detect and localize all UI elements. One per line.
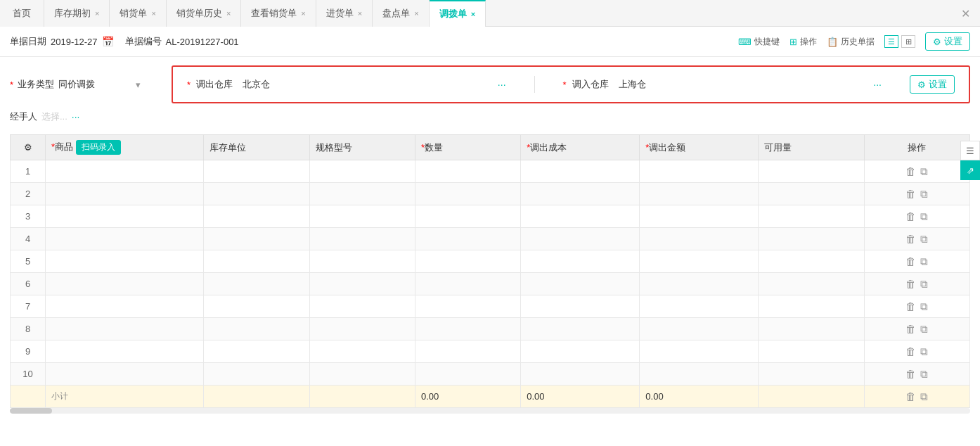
row-avail[interactable] [759,386,864,408]
row-qty[interactable] [415,340,520,363]
row-product[interactable] [46,228,204,250]
tab-view-sales[interactable]: 查看销货单 × [241,0,316,27]
delete-icon[interactable]: 🗑 [905,233,916,245]
tab-sales-history[interactable]: 销货单历史 × [167,0,241,27]
row-amount[interactable]: 0.00 [640,386,759,408]
copy-icon[interactable]: ⧉ [920,345,928,358]
tab-stocktake-close[interactable]: × [414,9,418,18]
right-panel-list-icon[interactable]: ☰ [960,141,980,160]
delete-icon[interactable]: 🗑 [905,390,916,402]
business-type-dropdown[interactable]: ▾ [133,79,143,90]
row-unit[interactable] [204,250,309,273]
delete-icon[interactable]: 🗑 [905,210,916,222]
delete-icon[interactable]: 🗑 [905,165,916,177]
row-unit[interactable] [204,318,309,340]
row-amount[interactable] [640,228,759,250]
row-avail[interactable] [759,228,864,250]
delete-icon[interactable]: 🗑 [905,188,916,200]
tab-purchase-order-close[interactable]: × [358,9,362,18]
row-unit[interactable] [204,205,309,228]
row-amount[interactable] [640,183,759,205]
row-amount[interactable] [640,250,759,273]
operation-button[interactable]: ⊞ 操作 [789,36,817,48]
row-spec[interactable] [309,205,415,228]
scrollbar-thumb[interactable] [10,408,52,414]
row-amount[interactable] [640,318,759,340]
row-unit[interactable] [204,228,309,250]
row-avail[interactable] [759,183,864,205]
row-qty[interactable] [415,363,520,386]
row-avail[interactable] [759,160,864,183]
row-spec[interactable] [309,183,415,205]
copy-icon[interactable]: ⧉ [920,300,928,313]
row-avail[interactable] [759,363,864,386]
row-unit[interactable] [204,363,309,386]
tab-view-sales-close[interactable]: × [301,9,305,18]
calendar-icon[interactable]: 📅 [102,36,114,47]
person-placeholder[interactable]: 选择... [41,110,67,123]
copy-icon[interactable]: ⧉ [920,165,928,178]
row-unit[interactable] [204,160,309,183]
row-cost[interactable] [521,160,640,183]
row-avail[interactable] [759,340,864,363]
row-qty[interactable] [415,160,520,183]
row-cost[interactable] [521,340,640,363]
copy-icon[interactable]: ⧉ [920,233,928,246]
row-qty[interactable] [415,183,520,205]
row-unit[interactable] [204,183,309,205]
row-qty[interactable]: 0.00 [415,386,520,408]
row-amount[interactable] [640,295,759,318]
row-qty[interactable] [415,273,520,295]
history-button[interactable]: 📋 历史单据 [827,36,875,48]
layout-list-icon[interactable]: ☰ [884,35,898,48]
tab-inventory-init[interactable]: 库存期初 × [44,0,110,27]
row-amount[interactable] [640,340,759,363]
row-spec[interactable] [309,363,415,386]
row-spec[interactable] [309,228,415,250]
warehouse-settings-button[interactable]: ⚙ 设置 [910,75,955,94]
row-qty[interactable] [415,205,520,228]
row-unit[interactable] [204,273,309,295]
row-product[interactable] [46,363,204,386]
row-cost[interactable] [521,273,640,295]
copy-icon[interactable]: ⧉ [920,188,928,200]
row-qty[interactable] [415,318,520,340]
delete-icon[interactable]: 🗑 [905,255,916,267]
row-qty[interactable] [415,250,520,273]
row-product[interactable] [46,340,204,363]
tab-purchase-order[interactable]: 进货单 × [316,0,373,27]
row-cost[interactable] [521,363,640,386]
person-more[interactable]: ··· [72,111,80,122]
row-qty[interactable] [415,295,520,318]
tab-inventory-init-close[interactable]: × [95,9,99,18]
row-avail[interactable] [759,205,864,228]
row-cost[interactable] [521,250,640,273]
settings-button[interactable]: ⚙ 设置 [925,32,970,51]
warehouse-out-more[interactable]: ··· [498,79,506,90]
tab-sales-history-close[interactable]: × [226,9,231,18]
row-amount[interactable] [640,363,759,386]
tab-home[interactable]: 首页 [0,0,44,27]
row-spec[interactable] [309,340,415,363]
row-cost[interactable] [521,183,640,205]
row-product[interactable]: 小计 [46,386,204,408]
tab-sales-order[interactable]: 销货单 × [110,0,166,27]
row-avail[interactable] [759,318,864,340]
copy-icon[interactable]: ⧉ [920,278,928,291]
row-spec[interactable] [309,386,415,408]
delete-icon[interactable]: 🗑 [905,323,916,335]
tab-sales-order-close[interactable]: × [151,9,155,18]
right-panel-link-icon[interactable]: ⇗ [960,160,980,180]
row-product[interactable] [46,318,204,340]
layout-grid-icon[interactable]: ⊞ [901,35,915,48]
row-cost[interactable] [521,205,640,228]
row-avail[interactable] [759,295,864,318]
row-spec[interactable] [309,250,415,273]
copy-icon[interactable]: ⧉ [920,210,928,223]
tab-stocktake[interactable]: 盘点单 × [373,0,429,27]
row-product[interactable] [46,183,204,205]
row-amount[interactable] [640,273,759,295]
tab-transfer-close[interactable]: × [471,10,475,18]
tab-transfer[interactable]: 调拨单 × [430,0,486,27]
row-cost[interactable] [521,318,640,340]
